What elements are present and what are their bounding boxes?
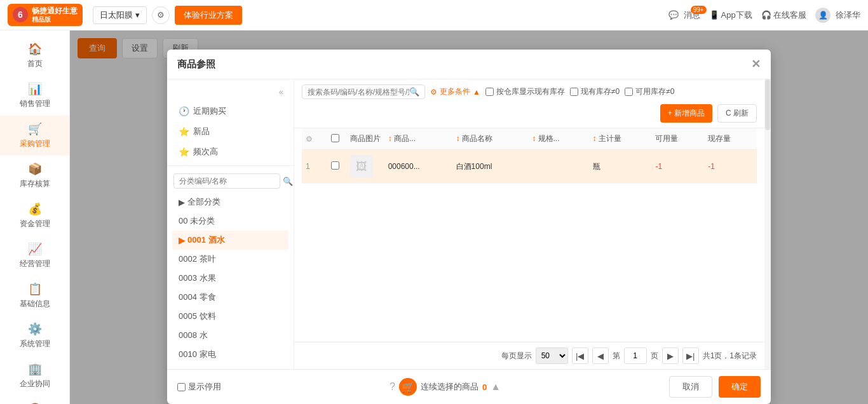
- main-content: 查询 设置 刷新 商品参照 ✕ «: [70, 30, 868, 404]
- page-next-button[interactable]: ▶: [662, 347, 679, 364]
- sort-icon: ↕: [388, 134, 392, 143]
- sidebar-label-finance: 资金管理: [20, 219, 50, 229]
- warehouse-checkbox[interactable]: [485, 88, 494, 96]
- product-table-area: ⚙ 商品图片 ↕ 商品...: [294, 128, 764, 342]
- checkbox-warehouse[interactable]: 按仓库显示现有库存: [485, 86, 565, 97]
- divider: [167, 165, 294, 166]
- company-dropdown[interactable]: 日太阳膜 ▾: [93, 6, 147, 24]
- filter-button[interactable]: ⚙ 更多条件 ▲: [430, 86, 480, 97]
- messages-badge[interactable]: 💬 99+ 消息: [668, 10, 700, 21]
- dialog-header: 商品参照 ✕: [167, 50, 771, 79]
- col-select-all[interactable]: [327, 128, 346, 150]
- sidebar-item-inventory[interactable]: 📦 库存核算: [0, 156, 69, 196]
- table-row[interactable]: 1 🖼 000600... 白酒100ml 瓶: [302, 150, 757, 184]
- disabled-checkbox[interactable]: [177, 383, 186, 391]
- system-icon: ⚙️: [28, 322, 42, 336]
- user-profile[interactable]: 👤 徐泽华: [815, 8, 860, 23]
- left-tab-recent-label: 近期购买: [193, 105, 226, 117]
- page-first-button[interactable]: |◀: [572, 347, 588, 364]
- sidebar-item-guide[interactable]: 🎯 新手引导: [0, 396, 69, 404]
- cat-0008[interactable]: 0008 水: [172, 326, 288, 345]
- trial-button[interactable]: 体验行业方案: [175, 6, 242, 25]
- page-number-input[interactable]: [624, 347, 647, 364]
- search-icon[interactable]: 🔍: [409, 87, 419, 97]
- cart-icon[interactable]: 🛒: [399, 378, 417, 396]
- sidebar-item-basic[interactable]: 📋 基础信息: [0, 276, 69, 316]
- headset-icon: 🎧: [761, 10, 771, 20]
- available-checkbox[interactable]: [625, 88, 633, 96]
- sidebar-item-home[interactable]: 🏠 首页: [0, 36, 69, 76]
- cat-0010[interactable]: 0010 家电: [172, 345, 288, 364]
- sidebar-label-home: 首页: [27, 58, 43, 69]
- checkbox-stock[interactable]: 现有库存≠0: [570, 86, 620, 97]
- stock-checkbox[interactable]: [570, 88, 578, 96]
- message-icon: 💬: [668, 10, 679, 20]
- page-last-button[interactable]: ▶|: [682, 347, 699, 364]
- cat-00[interactable]: 00 未分类: [172, 212, 288, 231]
- sales-icon: 📊: [28, 82, 42, 96]
- confirm-button[interactable]: 确定: [719, 376, 761, 398]
- category-search-input[interactable]: [173, 173, 280, 189]
- refresh-table-button[interactable]: C 刷新: [717, 104, 757, 123]
- category-search-icon[interactable]: 🔍: [283, 177, 293, 186]
- cat-0001[interactable]: ▶ 0001 酒水: [172, 231, 288, 250]
- app-download-link[interactable]: 📱 App下载: [709, 10, 752, 21]
- sidebar-label-purchase: 采购管理: [20, 138, 50, 149]
- col-settings[interactable]: ⚙: [302, 128, 327, 150]
- left-tab-new[interactable]: ⭐ 新品: [172, 122, 288, 141]
- add-product-button[interactable]: + 新增商品: [660, 104, 712, 123]
- col-spec-header[interactable]: ↕ 规格...: [528, 128, 588, 150]
- cat-0003[interactable]: 0003 水果: [172, 269, 288, 288]
- cart-collapse-icon[interactable]: ▲: [491, 381, 501, 393]
- per-page-select[interactable]: 50 20 100: [536, 347, 568, 364]
- left-tab-recent[interactable]: 🕐 近期购买: [172, 102, 288, 121]
- sidebar-item-finance[interactable]: 💰 资金管理: [0, 196, 69, 236]
- col-unit-header[interactable]: ↕ 主计量: [589, 128, 652, 150]
- close-icon[interactable]: ✕: [751, 57, 761, 71]
- category-search: 🔍: [167, 170, 294, 192]
- scrollbar-thumb[interactable]: [765, 79, 770, 130]
- left-panel: « 🕐 近期购买 ⭐ 新品 ⭐: [167, 79, 294, 369]
- col-code-header[interactable]: ↕ 商品...: [384, 128, 452, 150]
- row-unit: 瓶: [589, 150, 652, 184]
- collapse-icon[interactable]: «: [274, 84, 288, 99]
- col-name-header[interactable]: ↕ 商品名称: [452, 128, 529, 150]
- row-image: 🖼: [346, 150, 384, 184]
- modal-overlay: 商品参照 ✕ « 🕐 近期购买: [70, 30, 868, 404]
- checkbox-available[interactable]: 可用库存≠0: [625, 86, 674, 97]
- finance-icon: 💰: [28, 202, 42, 216]
- cat-0002[interactable]: 0002 茶叶: [172, 250, 288, 269]
- page-label: 第: [613, 351, 620, 361]
- avatar: 👤: [815, 8, 831, 23]
- sidebar-item-sales[interactable]: 📊 销售管理: [0, 76, 69, 116]
- online-service-link[interactable]: 🎧 在线客服: [761, 10, 807, 21]
- scrollbar[interactable]: [764, 79, 771, 369]
- row-select-checkbox[interactable]: [331, 161, 339, 170]
- sidebar-item-enterprise[interactable]: 🏢 企业协同: [0, 356, 69, 396]
- product-table: ⚙ 商品图片 ↕ 商品...: [302, 128, 757, 184]
- cat-all[interactable]: ▶ 全部分类: [172, 192, 288, 212]
- cancel-button[interactable]: 取消: [669, 376, 712, 398]
- row-available: -1: [651, 150, 704, 184]
- sort-icon4: ↕: [593, 134, 597, 143]
- settings-icon[interactable]: ⚙: [152, 6, 170, 24]
- recent-icon: 🕐: [179, 106, 189, 116]
- show-disabled-checkbox[interactable]: 显示停用: [177, 381, 221, 393]
- page-prev-button[interactable]: ◀: [592, 347, 609, 364]
- help-icon[interactable]: ?: [390, 381, 395, 393]
- sidebar-item-business[interactable]: 📈 经营管理: [0, 236, 69, 276]
- select-all-checkbox[interactable]: [331, 134, 339, 142]
- product-image-placeholder: 🖼: [350, 155, 373, 178]
- row-checkbox[interactable]: [327, 150, 346, 184]
- toolbar-right: + 新增商品 C 刷新: [660, 104, 757, 123]
- left-tab-freq[interactable]: ⭐ 频次高: [172, 142, 288, 161]
- cat-0005[interactable]: 0005 饮料: [172, 307, 288, 326]
- pagination: 每页显示 50 20 100 |◀ ◀ 第 页 ▶: [294, 342, 764, 369]
- sidebar-item-purchase[interactable]: 🛒 采购管理: [0, 116, 69, 156]
- total-pages-label: 共1页，1条记录: [703, 351, 757, 361]
- inventory-icon: 📦: [28, 162, 42, 176]
- cat-0004[interactable]: 0004 零食: [172, 288, 288, 307]
- enterprise-icon: 🏢: [28, 362, 42, 376]
- product-search-input[interactable]: [308, 88, 409, 97]
- sidebar-item-system[interactable]: ⚙️ 系统管理: [0, 316, 69, 356]
